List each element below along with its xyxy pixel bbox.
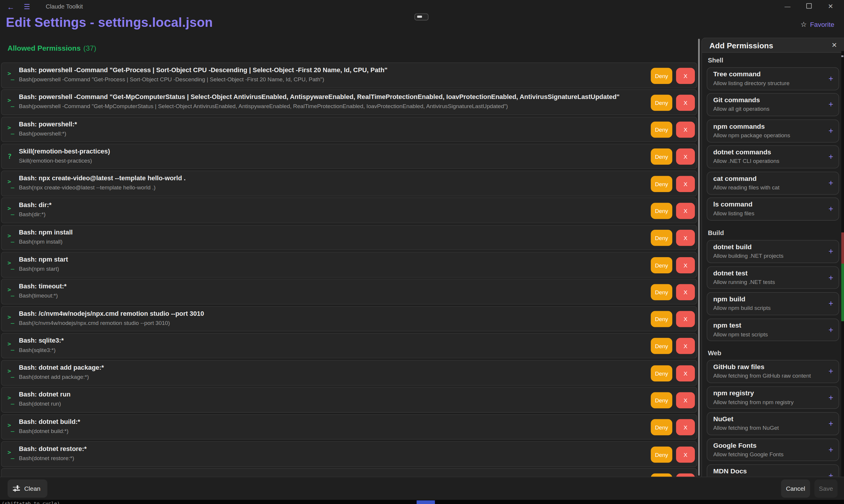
- clean-button[interactable]: Clean: [8, 479, 48, 498]
- sidebar-card-desc: Allow reading files with cat: [713, 184, 779, 191]
- add-icon[interactable]: +: [828, 205, 833, 213]
- deny-button[interactable]: Deny: [651, 284, 672, 300]
- deny-button[interactable]: Deny: [651, 68, 672, 84]
- sidebar-permission-card[interactable]: dotnet testAllow running .NET tests+: [707, 266, 839, 289]
- deny-button[interactable]: Deny: [651, 149, 672, 165]
- deny-button[interactable]: Deny: [651, 365, 672, 381]
- permission-row: >_Bash: sqlite3:*Bash(sqlite3:*)DenyX: [1, 333, 697, 359]
- sidebar-permission-card[interactable]: ls commandAllow listing files+: [707, 198, 839, 221]
- permission-subtitle: Bash(sqlite3:*): [19, 346, 56, 353]
- sidebar-section-label: Web: [708, 349, 838, 357]
- sidebar-permission-card[interactable]: Google FontsAllow fetching Google Fonts+: [707, 438, 839, 461]
- deny-button[interactable]: Deny: [651, 176, 672, 192]
- sidebar-card-desc: Allow fetching Google Fonts: [713, 451, 784, 457]
- deny-button[interactable]: Deny: [651, 203, 672, 219]
- sidebar-permission-card[interactable]: dotnet buildAllow building .NET projects…: [707, 240, 839, 263]
- allowed-permissions-heading: Allowed Permissions(37): [8, 44, 96, 52]
- add-icon[interactable]: +: [828, 152, 833, 161]
- terminal-icon: >_: [8, 367, 16, 379]
- permission-row: >_Bash: dotnet add package:*Bash(dotnet …: [1, 360, 697, 385]
- favorite-button[interactable]: ☆ Favorite: [801, 20, 834, 29]
- remove-button[interactable]: X: [676, 338, 695, 354]
- deny-button[interactable]: Deny: [651, 311, 672, 327]
- maximize-button[interactable]: [802, 2, 816, 11]
- sidebar-permission-card[interactable]: GitHub raw filesAllow fetching from GitH…: [707, 360, 839, 383]
- deny-button[interactable]: Deny: [651, 338, 672, 354]
- sidebar-card-title: ls command: [713, 201, 752, 209]
- terminal-icon: >_: [8, 124, 16, 135]
- permission-row: >_Bash: powershell -Command "Get-Process…: [1, 62, 697, 88]
- clean-label: Clean: [24, 485, 40, 492]
- add-icon[interactable]: +: [828, 273, 833, 281]
- add-icon[interactable]: +: [828, 393, 833, 401]
- deny-button[interactable]: Deny: [651, 446, 672, 463]
- remove-button[interactable]: X: [676, 311, 695, 327]
- deny-button[interactable]: Deny: [651, 230, 672, 246]
- terminal-icon: >_: [8, 205, 16, 216]
- add-icon[interactable]: +: [828, 445, 833, 453]
- permission-subtitle: Bash(dotnet add package:*): [19, 374, 89, 380]
- deny-button[interactable]: Deny: [651, 94, 672, 111]
- deny-button[interactable]: Deny: [651, 122, 672, 138]
- minimize-button[interactable]: —: [780, 2, 794, 11]
- sidebar-permission-card[interactable]: cat commandAllow reading files with cat+: [707, 172, 839, 195]
- cancel-button[interactable]: Cancel: [781, 479, 810, 498]
- remove-button[interactable]: X: [676, 68, 695, 84]
- deny-button[interactable]: Deny: [651, 392, 672, 408]
- remove-button[interactable]: X: [676, 94, 695, 111]
- sidebar-permission-card[interactable]: npm testAllow npm test scripts+: [707, 319, 839, 341]
- sidebar-permission-card[interactable]: dotnet commandsAllow .NET CLI operations…: [707, 145, 839, 168]
- remove-button[interactable]: X: [676, 203, 695, 219]
- remove-button[interactable]: X: [676, 122, 695, 138]
- remove-button[interactable]: X: [676, 365, 695, 381]
- sidebar-permission-card[interactable]: Git commandsAllow all git operations+: [707, 93, 839, 116]
- remove-button[interactable]: X: [676, 257, 695, 273]
- sidebar-permission-card[interactable]: npm registryAllow fetching from npm regi…: [707, 386, 839, 409]
- sidebar-card-desc: Allow .NET CLI operations: [713, 158, 779, 164]
- back-icon[interactable]: ←: [5, 2, 16, 12]
- sidebar-card-title: MDN Docs: [713, 468, 747, 475]
- close-icon[interactable]: ✕: [830, 41, 839, 50]
- deny-button[interactable]: Deny: [651, 257, 672, 273]
- sidebar-permission-card[interactable]: npm commandsAllow npm package operations…: [707, 119, 839, 142]
- remove-button[interactable]: X: [676, 419, 695, 435]
- sidebar-permission-card[interactable]: NuGetAllow fetching from NuGet+: [707, 412, 839, 435]
- remove-button[interactable]: X: [676, 284, 695, 300]
- permission-subtitle: Bash(dir:*): [19, 211, 46, 218]
- sidebar-permission-card[interactable]: npm buildAllow npm build scripts+: [707, 292, 839, 315]
- sidebar-card-title: Google Fonts: [713, 442, 756, 449]
- remove-button[interactable]: X: [676, 392, 695, 408]
- add-icon[interactable]: +: [828, 367, 833, 375]
- permission-row: >_Bash: timeout:*Bash(timeout:*)DenyX: [1, 279, 697, 305]
- question-icon: ?: [8, 152, 16, 163]
- sliver-green-segment: [841, 264, 844, 321]
- list-scrollbar[interactable]: [698, 39, 700, 476]
- remove-button[interactable]: X: [676, 149, 695, 165]
- remove-button[interactable]: X: [676, 446, 695, 463]
- permission-title: Bash: powershell -Command "Get-Process |…: [19, 66, 388, 74]
- deny-button[interactable]: Deny: [651, 419, 672, 435]
- sidebar-permission-card[interactable]: Tree commandAllow listing directory stru…: [707, 67, 839, 90]
- add-icon[interactable]: +: [828, 74, 833, 82]
- add-icon[interactable]: +: [828, 419, 833, 427]
- close-button[interactable]: ✕: [824, 2, 838, 11]
- remove-button[interactable]: X: [676, 230, 695, 246]
- add-icon[interactable]: +: [828, 325, 833, 333]
- window-drag-handle[interactable]: [414, 14, 428, 21]
- add-icon[interactable]: +: [828, 101, 833, 108]
- terminal-icon: >_: [8, 259, 16, 270]
- add-icon[interactable]: +: [828, 126, 833, 134]
- add-icon[interactable]: +: [828, 247, 833, 255]
- hamburger-menu-icon[interactable]: ☰: [21, 2, 32, 12]
- terminal-icon: >_: [8, 232, 16, 243]
- sidebar-card-desc: Allow fetching from npm registry: [713, 398, 794, 405]
- sidebar-card-desc: Allow running .NET tests: [713, 278, 775, 285]
- remove-button[interactable]: X: [676, 176, 695, 192]
- add-icon[interactable]: +: [828, 179, 833, 186]
- permission-row: >_Bash: /c/nvm4w/nodejs/npx.cmd remotion…: [1, 306, 697, 331]
- permission-row: >_Bash: powershell -Command "Get-MpCompu…: [1, 90, 697, 115]
- add-icon[interactable]: +: [828, 299, 833, 307]
- permission-subtitle: Bash(dotnet run): [19, 401, 61, 407]
- permission-title: Bash: npm start: [19, 256, 68, 263]
- app-title: Claude Toolkit: [46, 3, 83, 10]
